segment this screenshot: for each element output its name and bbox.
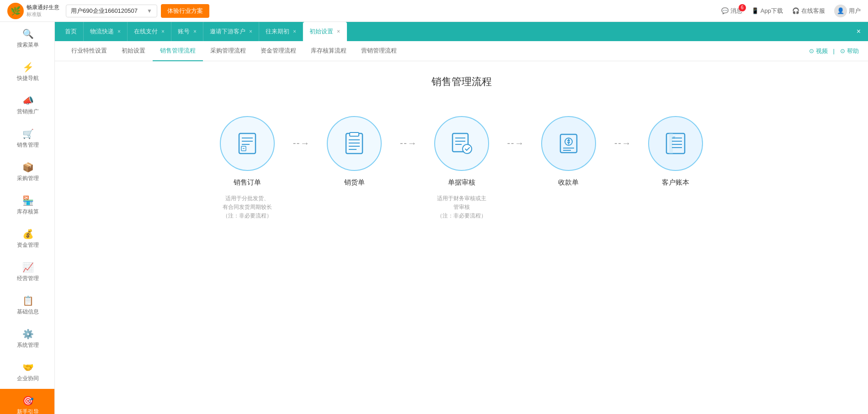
- help-icon: ⊙: [840, 48, 845, 54]
- sidebar-item-basicinfo[interactable]: 📋 基础信息: [0, 289, 54, 322]
- subtab-sales-flow[interactable]: 销售管理流程: [153, 41, 203, 61]
- tab-account-label: 账号: [178, 27, 190, 36]
- sidebar-item-enterprise-coop[interactable]: 🤝 企业协同: [0, 356, 54, 389]
- sidebar-item-inventory[interactable]: 🏪 库存核算: [0, 189, 54, 222]
- tab-period-start-close[interactable]: ×: [293, 28, 296, 35]
- tab-logistics[interactable]: 物流快递 ×: [84, 22, 128, 41]
- flow-label-receipt: 收款单: [558, 178, 579, 187]
- box-icon: 📦: [22, 162, 34, 173]
- tab-payment-label: 在线支付: [134, 27, 158, 36]
- svg-point-16: [463, 144, 472, 154]
- flow-step-sales-order: 销售订单 适用于分批发货、有合同发货周期较长（注：非必要流程）: [206, 116, 288, 221]
- subtab-marketing-flow[interactable]: 营销管理流程: [354, 41, 404, 61]
- user-selector[interactable]: 用户690企业1660120507 ▼: [66, 5, 157, 17]
- sidebar-label-inventory: 库存核算: [17, 208, 39, 216]
- help-action[interactable]: ⊙ 帮助: [840, 47, 859, 55]
- message-action[interactable]: 💬 消息 6: [721, 7, 742, 15]
- svg-rect-29: [669, 133, 673, 154]
- tab-period-start[interactable]: 往来期初 ×: [259, 22, 303, 41]
- sidebar-label-finance: 资金管理: [17, 241, 39, 249]
- clipboard-icon: 📋: [22, 295, 34, 306]
- chart-icon: 📈: [22, 262, 34, 273]
- tab-payment[interactable]: 在线支付 ×: [128, 22, 171, 41]
- subtab-purchase-flow[interactable]: 采购管理流程: [203, 41, 253, 61]
- lightning-icon: ⚡: [22, 62, 34, 73]
- sidebar-label-enterprise-coop: 企业协同: [17, 375, 39, 382]
- svg-text:¥: ¥: [672, 135, 676, 140]
- money-icon: 💰: [22, 228, 34, 239]
- sidebar-item-marketing[interactable]: 📣 营销推广: [0, 89, 54, 122]
- tab-logistics-label: 物流快递: [90, 27, 114, 36]
- tab-home-label: 首页: [65, 27, 77, 36]
- flow-label-sales-slip: 销货单: [344, 178, 365, 187]
- flow-label-customer-ledger: 客户账本: [662, 178, 689, 187]
- tab-initial-setup-close[interactable]: ×: [337, 28, 340, 35]
- tab-account-close[interactable]: ×: [193, 28, 197, 35]
- trial-button[interactable]: 体验行业方案: [161, 4, 209, 18]
- sidebar-item-operations[interactable]: 📈 经营管理: [0, 255, 54, 289]
- tab-invite-close[interactable]: ×: [249, 28, 252, 35]
- sidebar-label-search: 搜索菜单: [17, 41, 39, 49]
- subtab-industry-settings-label: 行业特性设置: [71, 47, 107, 55]
- customer-service-action[interactable]: 🎧 在线客服: [792, 7, 825, 15]
- logo-icon: 🌿: [7, 3, 24, 19]
- user-action[interactable]: 👤 用户: [834, 5, 861, 17]
- tab-invite-label: 邀请下游客户: [210, 27, 245, 36]
- tab-account[interactable]: 账号 ×: [171, 22, 203, 41]
- subtab-inventory-flow[interactable]: 库存核算流程: [304, 41, 354, 61]
- video-action[interactable]: ⊙ 视频: [809, 47, 828, 55]
- sidebar-item-quicknav[interactable]: ⚡ 快捷导航: [0, 55, 54, 89]
- megaphone-icon: 📣: [22, 95, 34, 106]
- subtab-finance-flow[interactable]: 资金管理流程: [253, 41, 304, 61]
- flow-step-sales-slip: 销货单: [313, 116, 395, 194]
- logo-subtitle: 标准版: [27, 11, 59, 17]
- chevron-down-icon: ▼: [147, 8, 152, 14]
- sidebar-item-purchase[interactable]: 📦 采购管理: [0, 155, 54, 189]
- svg-text:¥: ¥: [568, 138, 570, 143]
- subtab-industry-settings[interactable]: 行业特性设置: [64, 41, 114, 61]
- store-icon: 🏪: [22, 195, 34, 206]
- sidebar-label-marketing: 营销推广: [17, 108, 39, 116]
- sidebar-item-system[interactable]: ⚙️ 系统管理: [0, 322, 54, 356]
- sidebar: 🔍 搜索菜单 ⚡ 快捷导航 📣 营销推广 🛒 销售管理 📦 采购管理 🏪 库存核…: [0, 22, 55, 414]
- flow-step-doc-review: 单据审核 适用于财务审核或主管审核（注：非必要流程）: [421, 116, 503, 221]
- tab-initial-setup[interactable]: 初始设置 ×: [303, 22, 347, 41]
- sidebar-item-sales[interactable]: 🛒 销售管理: [0, 122, 54, 155]
- sidebar-label-basicinfo: 基础信息: [17, 308, 39, 316]
- sidebar-label-system: 系统管理: [17, 341, 39, 349]
- flow-diagram: 销售订单 适用于分批发货、有合同发货周期较长（注：非必要流程） - - →: [73, 116, 850, 221]
- message-icon: 💬: [721, 7, 729, 14]
- sidebar-label-newbie: 新手引导: [17, 408, 39, 414]
- subtab-initial-setup[interactable]: 初始设置: [114, 41, 153, 61]
- tab-logistics-close[interactable]: ×: [117, 28, 121, 35]
- page-title: 销售管理流程: [73, 75, 850, 89]
- headset-icon: 🎧: [792, 7, 799, 14]
- sidebar-item-finance[interactable]: 💰 资金管理: [0, 222, 54, 255]
- avatar: 👤: [834, 5, 847, 17]
- page-content: 销售管理流程 销售订单 适用于: [55, 61, 868, 414]
- search-icon: 🔍: [22, 28, 34, 39]
- main-layout: 🔍 搜索菜单 ⚡ 快捷导航 📣 营销推广 🛒 销售管理 📦 采购管理 🏪 库存核…: [0, 22, 868, 414]
- tab-home[interactable]: 首页: [59, 22, 84, 41]
- user-selector-text: 用户690企业1660120507: [71, 7, 145, 15]
- tab-initial-setup-label: 初始设置: [309, 27, 333, 36]
- cart-icon: 🛒: [22, 128, 34, 139]
- content-area: 首页 物流快递 × 在线支付 × 账号 × 邀请下游客户 × 往来期初 ×: [55, 22, 868, 414]
- flow-circle-doc-review: [434, 116, 489, 171]
- tab-payment-close[interactable]: ×: [161, 28, 165, 35]
- sidebar-label-purchase: 采购管理: [17, 175, 39, 182]
- app-label: App下载: [761, 7, 783, 15]
- app-download-action[interactable]: 📱 App下载: [751, 7, 783, 15]
- video-label: 视频: [816, 47, 828, 55]
- subtab-sales-flow-label: 销售管理流程: [160, 47, 196, 55]
- flow-label-sales-order: 销售订单: [234, 178, 261, 187]
- flow-step-receipt: ¥ 收款单: [527, 116, 610, 194]
- service-label: 在线客服: [801, 7, 825, 15]
- user-label: 用户: [849, 7, 861, 15]
- sidebar-item-newbie[interactable]: 🎯 新手引导: [0, 389, 54, 414]
- flow-step-customer-ledger: ¥ 客户账本: [634, 116, 717, 194]
- tab-invite[interactable]: 邀请下游客户 ×: [203, 22, 259, 41]
- close-all-button[interactable]: ×: [853, 27, 864, 36]
- sidebar-item-search[interactable]: 🔍 搜索菜单: [0, 22, 54, 55]
- app-icon: 📱: [751, 7, 759, 14]
